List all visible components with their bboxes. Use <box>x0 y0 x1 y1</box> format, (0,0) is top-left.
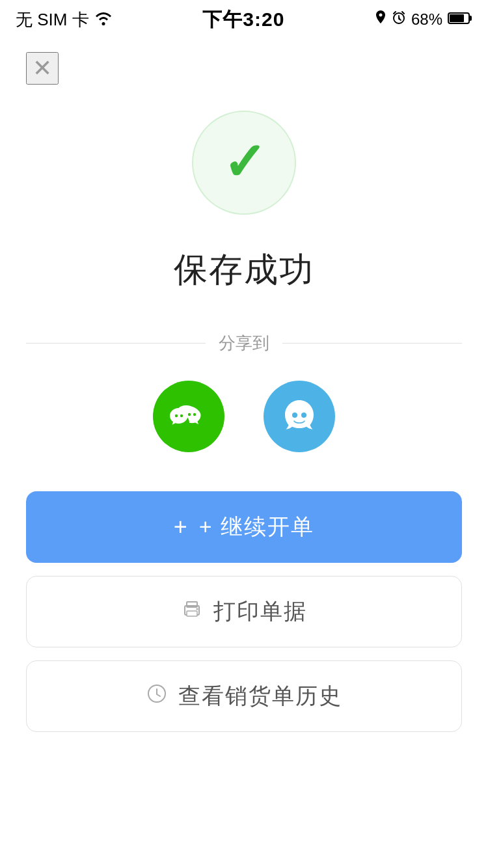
printer-icon <box>181 598 203 625</box>
share-label: 分享到 <box>219 332 269 355</box>
no-sim-label: 无 SIM 卡 <box>16 8 89 31</box>
svg-point-8 <box>193 413 196 416</box>
print-label: 打印单据 <box>213 597 307 627</box>
wechat-icon <box>166 394 211 439</box>
svg-rect-13 <box>187 611 197 616</box>
svg-point-6 <box>180 414 183 417</box>
success-title: 保存成功 <box>174 247 314 293</box>
alarm-icon <box>392 10 406 29</box>
checkmark-icon: ✓ <box>223 137 266 189</box>
wifi-icon <box>94 10 113 30</box>
history-label: 查看销货单历史 <box>178 681 342 711</box>
battery-icon <box>448 10 472 29</box>
clock-icon <box>146 683 168 710</box>
svg-rect-3 <box>450 14 464 22</box>
battery-label: 68% <box>411 10 442 29</box>
print-button[interactable]: 打印单据 <box>26 576 462 647</box>
svg-point-14 <box>197 608 198 610</box>
qq-share-button[interactable] <box>264 381 335 452</box>
status-right: 68% <box>375 10 472 29</box>
continue-label: + 继续开单 <box>199 512 314 542</box>
svg-point-10 <box>301 413 306 418</box>
continue-button[interactable]: + + 继续开单 <box>26 491 462 563</box>
status-bar: 无 SIM 卡 下午3:20 68% <box>0 0 488 39</box>
svg-point-5 <box>175 414 178 417</box>
divider-left <box>26 343 206 344</box>
share-divider-row: 分享到 <box>26 332 462 355</box>
success-circle: ✓ <box>192 111 296 215</box>
divider-right <box>282 343 462 344</box>
status-time: 下午3:20 <box>202 7 284 33</box>
svg-point-9 <box>292 413 297 418</box>
wechat-share-button[interactable] <box>153 381 224 452</box>
share-icons <box>153 381 335 452</box>
close-button[interactable]: ✕ <box>26 52 59 85</box>
qq-icon <box>277 394 322 439</box>
svg-point-7 <box>188 413 191 416</box>
status-left: 无 SIM 卡 <box>16 8 113 31</box>
share-section: 分享到 <box>26 332 462 452</box>
svg-rect-2 <box>469 16 472 21</box>
close-icon: ✕ <box>33 57 52 80</box>
history-button[interactable]: 查看销货单历史 <box>26 660 462 732</box>
location-icon <box>375 10 386 29</box>
plus-icon: + <box>174 513 189 541</box>
main-content: ✕ ✓ 保存成功 分享到 <box>0 39 488 745</box>
action-buttons: + + 继续开单 打印单据 查看销货单历 <box>26 491 462 732</box>
